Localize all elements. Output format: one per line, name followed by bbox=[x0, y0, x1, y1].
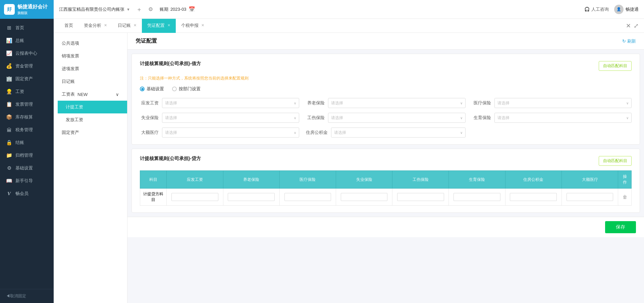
menu-label-fixed-assets: 固定资产 bbox=[62, 130, 79, 136]
input-injury[interactable] bbox=[397, 193, 444, 201]
input-large-medical[interactable] bbox=[567, 193, 613, 201]
sidebar-label-ledger: 总账 bbox=[15, 38, 24, 44]
auto-match-credit-button[interactable]: 自动匹配科目 bbox=[599, 156, 632, 166]
credit-table: 科目 应发工资 养老保险 医疗保险 失业保险 工伤保险 生育保险 住房公积金 大… bbox=[140, 170, 632, 206]
sidebar-item-salary[interactable]: 👷 工资 bbox=[0, 85, 54, 98]
delete-icon[interactable]: 🗑 bbox=[623, 194, 627, 200]
col-injury: 工伤保险 bbox=[392, 171, 449, 189]
sidebar-label-salary: 工资 bbox=[15, 89, 24, 95]
select-medical[interactable]: 请选择 ∨ bbox=[494, 98, 632, 108]
sidebar-item-archive[interactable]: 📁 归档管理 bbox=[0, 149, 54, 162]
select-gross-salary[interactable]: 请选择 ∨ bbox=[162, 98, 299, 108]
sidebar-item-vip[interactable]: V 畅会员 bbox=[0, 187, 54, 200]
col-large-medical: 大额医疗 bbox=[561, 171, 618, 189]
tab-funds[interactable]: 资金分析 ✕ bbox=[78, 19, 112, 33]
save-button[interactable]: 保存 bbox=[605, 221, 636, 233]
tab-voucher-config[interactable]: 凭证配置 ✕ bbox=[142, 19, 176, 33]
menu-item-journal[interactable]: 日记账 bbox=[54, 75, 127, 88]
salary-icon: 👷 bbox=[6, 89, 12, 95]
tab-journal-close[interactable]: ✕ bbox=[133, 23, 137, 28]
select-pension[interactable]: 请选择 ∨ bbox=[328, 98, 465, 108]
refresh-button[interactable]: ↻ 刷新 bbox=[622, 38, 636, 44]
select-injury[interactable]: 请选择 ∨ bbox=[328, 113, 465, 123]
sidebar-item-inventory[interactable]: 📦 库存核算 bbox=[0, 111, 54, 123]
menu-item-sales-invoice[interactable]: 销项发票 bbox=[54, 50, 127, 62]
select-unemployment-placeholder: 请选择 bbox=[165, 115, 177, 121]
sidebar-item-funds[interactable]: 💰 资金管理 bbox=[0, 60, 54, 72]
sidebar-item-home[interactable]: ⊞ 首页 bbox=[0, 21, 54, 34]
tab-tax[interactable]: 个税申报 ✕ bbox=[176, 19, 210, 33]
select-large-medical[interactable]: 请选择 ∨ bbox=[162, 128, 299, 138]
input-gross[interactable] bbox=[171, 193, 218, 201]
input-pension[interactable] bbox=[228, 193, 275, 201]
form-item-injury: 工伤保险 请选择 ∨ bbox=[306, 113, 465, 123]
menu-group-salary-table[interactable]: 工资表 NEW ∨ bbox=[54, 88, 127, 101]
sidebar-label-close: 结账 bbox=[15, 140, 24, 146]
menu-item-fixed-assets[interactable]: 固定资产 bbox=[54, 126, 127, 139]
refresh-icon: ↻ bbox=[622, 39, 626, 44]
user-info[interactable]: 👤 畅捷通 bbox=[614, 5, 639, 14]
menu-label-journal: 日记账 bbox=[62, 79, 75, 85]
select-maternity[interactable]: 请选择 ∨ bbox=[494, 113, 632, 123]
company-selector[interactable]: 江西服宝精品有限责任公司内账张 ▼ bbox=[59, 6, 130, 12]
period-selector[interactable]: 账期 2023-03 📅 bbox=[160, 6, 195, 12]
form-item-maternity: 生育保险 请选择 ∨ bbox=[472, 113, 632, 123]
menu-item-payment[interactable]: 发放工资 bbox=[58, 113, 127, 126]
credit-section-header: 计提核算规则(公司承担)-贷方 自动匹配科目 bbox=[140, 156, 632, 166]
input-unemployment[interactable] bbox=[341, 193, 388, 201]
select-unemployment[interactable]: 请选择 ∨ bbox=[162, 113, 299, 123]
menu-item-accrual[interactable]: 计提工资 bbox=[58, 101, 127, 113]
sidebar-label-assets: 固定资产 bbox=[15, 76, 33, 82]
close-window-icon[interactable]: ✕ bbox=[626, 22, 631, 30]
sidebar-item-assets[interactable]: 🏢 固定资产 bbox=[0, 72, 54, 85]
table-row: 计提贷方科目 🗑 bbox=[140, 189, 632, 206]
radio-department-circle bbox=[172, 87, 177, 91]
tab-voucher-config-close[interactable]: ✕ bbox=[167, 23, 170, 28]
settings-button[interactable]: ⚙ bbox=[148, 6, 153, 12]
tab-tax-close[interactable]: ✕ bbox=[201, 23, 204, 28]
sidebar-item-close[interactable]: 🔒 结账 bbox=[0, 136, 54, 149]
funds-icon: 💰 bbox=[6, 63, 12, 69]
sidebar-label-archive: 归档管理 bbox=[15, 152, 33, 158]
form-item-gross-salary: 应发工资 请选择 ∨ bbox=[140, 98, 299, 108]
sidebar-label-reports: 云报表中心 bbox=[15, 50, 37, 56]
radio-basic[interactable]: 基础设置 bbox=[140, 86, 164, 92]
sidebar-item-tax[interactable]: 🏛 税务管理 bbox=[0, 123, 54, 136]
page-title: 凭证配置 bbox=[136, 38, 157, 45]
sidebar-item-reports[interactable]: 📈 云报表中心 bbox=[0, 47, 54, 60]
select-maternity-placeholder: 请选择 bbox=[497, 115, 509, 121]
sidebar-item-guide[interactable]: 📖 新手引导 bbox=[0, 174, 54, 187]
sidebar-label-vip: 畅会员 bbox=[15, 191, 29, 197]
radio-department[interactable]: 按部门设置 bbox=[172, 86, 201, 92]
add-tab-button[interactable]: ＋ bbox=[134, 5, 144, 13]
cancel-fixed-button[interactable]: ◀取消固定 bbox=[0, 289, 54, 303]
auto-match-debit-button[interactable]: 自动匹配科目 bbox=[599, 61, 632, 71]
input-housing[interactable] bbox=[510, 193, 557, 201]
input-maternity[interactable] bbox=[453, 193, 500, 201]
sidebar-item-invoice[interactable]: 📋 发票管理 bbox=[0, 98, 54, 111]
input-medical[interactable] bbox=[284, 193, 331, 201]
username: 畅捷通 bbox=[626, 6, 639, 12]
app-logo: 好 畅捷通好会计 旗舰版 bbox=[0, 0, 54, 19]
tab-funds-close[interactable]: ✕ bbox=[104, 23, 107, 28]
radio-group: 基础设置 按部门设置 bbox=[140, 86, 632, 92]
sidebar-item-settings[interactable]: ⚙ 基础设置 bbox=[0, 162, 54, 174]
inventory-icon: 📦 bbox=[6, 114, 12, 120]
support-label: 人工咨询 bbox=[591, 6, 609, 12]
tax-icon: 🏛 bbox=[6, 127, 12, 133]
support-button[interactable]: 🎧 人工咨询 bbox=[584, 6, 609, 12]
tab-journal[interactable]: 日记账 ✕ bbox=[112, 19, 142, 33]
debit-section: 计提核算规则(公司承担)-借方 自动匹配科目 注：只能选择一种方式，系统将按照您… bbox=[131, 54, 640, 145]
expand-window-icon[interactable]: ⤢ bbox=[634, 22, 639, 30]
tab-home[interactable]: 首页 bbox=[59, 19, 78, 33]
radio-basic-label: 基础设置 bbox=[147, 86, 164, 92]
tab-funds-label: 资金分析 bbox=[84, 22, 101, 29]
select-housing[interactable]: 请选择 ∨ bbox=[331, 128, 465, 138]
menu-item-purchase-invoice[interactable]: 进项发票 bbox=[54, 62, 127, 75]
select-maternity-arrow: ∨ bbox=[626, 116, 629, 120]
cell-pension bbox=[223, 189, 279, 206]
row-label: 计提贷方科目 bbox=[140, 189, 167, 206]
period-value: 2023-03 bbox=[170, 7, 186, 12]
sidebar-item-ledger[interactable]: 📊 总账 bbox=[0, 34, 54, 47]
menu-item-public[interactable]: 公共选项 bbox=[54, 37, 127, 50]
